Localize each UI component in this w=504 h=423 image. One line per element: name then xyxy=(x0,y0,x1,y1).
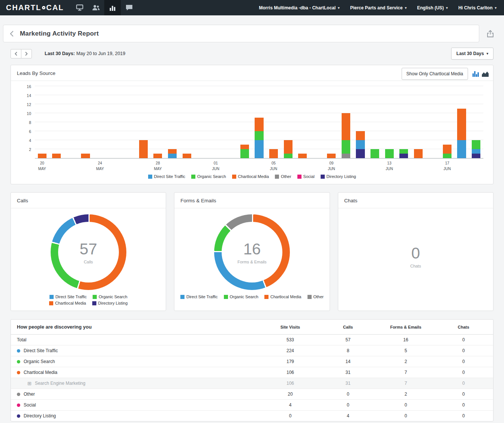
bar-segment-chartlocal-media[interactable] xyxy=(284,140,292,154)
stacked-bar[interactable] xyxy=(153,154,162,158)
stacked-bar[interactable] xyxy=(139,140,148,158)
legend-item-chartlocal-media[interactable]: Chartlocal Media xyxy=(232,174,269,179)
bar-segment-chartlocal-media[interactable] xyxy=(269,149,278,158)
bar-segment-direct-site-traffic[interactable] xyxy=(168,154,177,158)
x-tick-day: 05 xyxy=(266,161,281,166)
language-dropdown[interactable]: English (US)▾ xyxy=(417,5,448,10)
stacked-bar[interactable] xyxy=(414,149,423,158)
calls-donut[interactable]: 57 Calls xyxy=(51,214,126,290)
show-only-chartlocal-media-button[interactable]: Show Only Chartlocal Media xyxy=(402,68,468,80)
x-slot: 17JUN xyxy=(440,161,454,173)
account-dropdown[interactable]: Morris Multimedia -dba - ChartLocal▾ xyxy=(259,5,339,10)
chevron-down-icon: ▾ xyxy=(338,6,340,10)
bar-segment-organic-search[interactable] xyxy=(342,140,350,154)
stacked-bar[interactable] xyxy=(298,154,307,158)
bar-segment-chartlocal-media[interactable] xyxy=(414,149,423,158)
stacked-bar[interactable] xyxy=(284,140,292,158)
bar-segment-organic-search[interactable] xyxy=(255,131,263,140)
bar-segment-direct-site-traffic[interactable] xyxy=(255,140,263,158)
bar-segment-chartlocal-media[interactable] xyxy=(298,154,307,158)
bar-segment-chartlocal-media[interactable] xyxy=(81,154,90,158)
bar-segment-other[interactable] xyxy=(342,154,350,158)
bar-segment-organic-search[interactable] xyxy=(399,149,408,154)
nav-reports-button[interactable] xyxy=(104,0,121,15)
bar-segment-chartlocal-media[interactable] xyxy=(139,140,148,158)
bar-segment-chartlocal-media[interactable] xyxy=(443,145,452,154)
stacked-bar[interactable] xyxy=(399,149,408,158)
bar-segment-chartlocal-media[interactable] xyxy=(183,154,191,158)
previous-period-button[interactable] xyxy=(10,49,21,58)
bar-segment-chartlocal-media[interactable] xyxy=(255,118,263,131)
bar-segment-direct-site-traffic[interactable] xyxy=(356,140,364,149)
stacked-bar[interactable] xyxy=(457,109,466,158)
stacked-bar[interactable] xyxy=(356,131,364,158)
row-label: Directory Listing xyxy=(17,413,261,419)
row-label-text: Total xyxy=(17,337,26,342)
next-period-button[interactable] xyxy=(21,49,32,58)
back-button[interactable] xyxy=(3,25,20,42)
stacked-bar[interactable] xyxy=(327,154,336,158)
legend-item-organic-search[interactable]: Organic Search xyxy=(224,294,258,299)
bar-segment-organic-search[interactable] xyxy=(472,140,480,149)
bar-segment-chartlocal-media[interactable] xyxy=(240,145,249,149)
stacked-bar[interactable] xyxy=(443,145,452,158)
bar-segment-direct-site-traffic[interactable] xyxy=(457,140,466,158)
stacked-bar[interactable] xyxy=(168,149,177,158)
bar-segment-organic-search[interactable] xyxy=(370,149,379,158)
bar-segment-directory-listing[interactable] xyxy=(472,154,480,158)
legend-item-direct-site-traffic[interactable]: Direct Site Traffic xyxy=(148,174,186,179)
legend-item-directory-listing[interactable]: Directory Listing xyxy=(92,301,128,305)
stacked-bar[interactable] xyxy=(370,149,379,158)
table-row-search-engine-marketing[interactable]: ⊞Search Engine Marketing1063170 xyxy=(11,378,493,389)
bar-segment-organic-search[interactable] xyxy=(284,154,292,158)
chartlocal-logo[interactable]: CHARTLCAL xyxy=(0,0,71,15)
bar-segment-chartlocal-media[interactable] xyxy=(168,149,177,154)
stacked-bar[interactable] xyxy=(52,154,61,158)
bar-chart-type-button[interactable] xyxy=(472,71,479,77)
stacked-bar[interactable] xyxy=(255,118,263,158)
export-button[interactable] xyxy=(479,25,501,42)
legend-item-directory-listing[interactable]: Directory Listing xyxy=(321,174,356,179)
bar-segment-direct-site-traffic[interactable] xyxy=(472,149,480,154)
legend-item-social[interactable]: Social xyxy=(297,174,315,179)
bar-segment-chartlocal-media[interactable] xyxy=(327,154,336,158)
stacked-bar[interactable] xyxy=(38,154,46,158)
legend-item-organic-search[interactable]: Organic Search xyxy=(191,174,226,179)
bar-segment-chartlocal-media[interactable] xyxy=(342,113,350,140)
legend-item-other[interactable]: Other xyxy=(275,174,291,179)
stacked-bar[interactable] xyxy=(385,149,394,158)
nav-users-button[interactable] xyxy=(88,0,104,15)
bar-segment-chartlocal-media[interactable] xyxy=(457,109,466,140)
chats-card-header: Chats xyxy=(338,193,493,208)
legend-item-chartlocal-media[interactable]: Chartlocal Media xyxy=(49,301,86,305)
stacked-bar[interactable] xyxy=(81,154,90,158)
bar-segment-chartlocal-media[interactable] xyxy=(52,154,61,158)
date-range-dropdown[interactable]: Last 30 Days▾ xyxy=(451,48,494,60)
bar-slot xyxy=(353,86,368,158)
stacked-bar[interactable] xyxy=(240,145,249,158)
expand-icon[interactable]: ⊞ xyxy=(27,381,32,386)
legend-item-organic-search[interactable]: Organic Search xyxy=(93,294,127,299)
stacked-bar[interactable] xyxy=(183,154,191,158)
user-dropdown[interactable]: Hi Chris Carlton▾ xyxy=(458,5,496,10)
bar-segment-chartlocal-media[interactable] xyxy=(153,154,162,158)
legend-item-chartlocal-media[interactable]: Chartlocal Media xyxy=(264,294,302,299)
nav-desktop-button[interactable] xyxy=(71,0,88,15)
stacked-bar[interactable] xyxy=(342,113,350,158)
bar-segment-directory-listing[interactable] xyxy=(356,149,364,158)
stacked-bar[interactable] xyxy=(269,149,278,158)
legend-item-other[interactable]: Other xyxy=(308,294,324,299)
nav-messages-button[interactable] xyxy=(121,0,137,15)
stacked-bar[interactable] xyxy=(472,140,480,158)
legend-item-direct-site-traffic[interactable]: Direct Site Traffic xyxy=(180,294,218,299)
bar-segment-directory-listing[interactable] xyxy=(399,154,408,158)
forms-donut[interactable]: 16 Forms & Emails xyxy=(214,214,290,290)
bar-segment-organic-search[interactable] xyxy=(443,154,452,158)
bar-segment-chartlocal-media[interactable] xyxy=(38,154,46,158)
location-dropdown[interactable]: Pierce Parts and Service▾ xyxy=(350,5,407,10)
legend-item-direct-site-traffic[interactable]: Direct Site Traffic xyxy=(50,294,87,299)
bar-segment-chartlocal-media[interactable] xyxy=(356,131,364,140)
bar-segment-organic-search[interactable] xyxy=(240,149,249,158)
bar-segment-organic-search[interactable] xyxy=(385,149,394,158)
area-chart-type-button[interactable] xyxy=(482,71,489,77)
